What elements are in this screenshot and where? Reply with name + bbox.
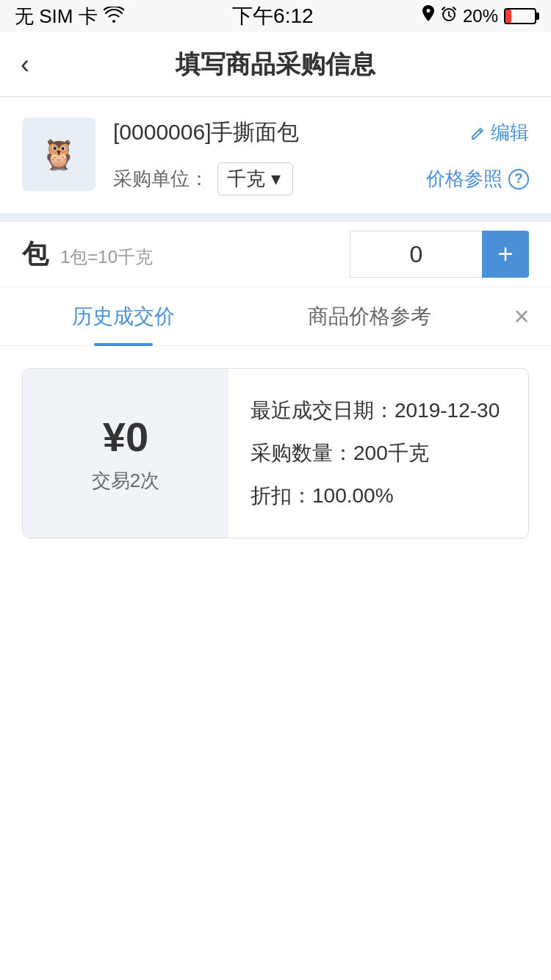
status-left: 无 SIM 卡 (15, 4, 124, 29)
product-name: [0000006]手撕面包 (113, 118, 299, 148)
discount-row: 折扣：100.00% (251, 480, 506, 511)
quantity-input-group: 0 + (350, 231, 529, 278)
tab-history-price[interactable]: 历史成交价 (0, 287, 246, 346)
history-price-card: ¥0 交易2次 最近成交日期：2019-12-30 采购数量：200千克 折扣：… (22, 368, 529, 538)
tab-history-price-label: 历史成交价 (72, 303, 175, 331)
purchase-qty-row: 采购数量：200千克 (251, 438, 506, 469)
price-card-right: 最近成交日期：2019-12-30 采购数量：200千克 折扣：100.00% (228, 369, 528, 538)
tab-product-price-ref[interactable]: 商品价格参考 (246, 287, 492, 346)
alarm-icon (441, 6, 457, 26)
price-ref-label: 价格参照 (426, 166, 503, 192)
unit-dropdown[interactable]: 千克 ▾ (217, 162, 293, 195)
product-image: 🦉 (22, 118, 96, 191)
price-reference-button[interactable]: 价格参照 ? (426, 166, 529, 192)
battery-icon (504, 8, 536, 24)
status-time: 下午6:12 (232, 2, 314, 30)
page-title: 填写商品采购信息 (176, 48, 375, 82)
quantity-unit: 包 (22, 237, 48, 273)
edit-button[interactable]: 编辑 (470, 120, 529, 145)
dropdown-arrow-icon: ▾ (271, 167, 281, 190)
nav-bar: ‹ 填写商品采购信息 (0, 32, 551, 97)
edit-icon (470, 125, 486, 141)
recent-date-row: 最近成交日期：2019-12-30 (251, 395, 506, 426)
unit-label: 采购单位： (113, 166, 209, 192)
product-info: [0000006]手撕面包 编辑 采购单位： 千克 ▾ (113, 118, 529, 195)
svg-point-0 (426, 9, 430, 12)
transaction-count: 交易2次 (92, 468, 159, 494)
tab-bar: 历史成交价 商品价格参考 × (0, 287, 551, 346)
tab-close-button[interactable]: × (492, 301, 551, 332)
unit-value: 千克 (227, 166, 265, 192)
gray-divider (0, 213, 551, 222)
quantity-plus-button[interactable]: + (482, 231, 529, 278)
tab-product-price-ref-label: 商品价格参考 (308, 303, 431, 331)
quantity-label-group: 包 1包=10千克 (22, 237, 153, 273)
price-card-left: ¥0 交易2次 (23, 369, 228, 538)
battery-percent: 20% (463, 6, 498, 26)
tab-active-indicator (94, 343, 153, 346)
discount-label: 折扣： (251, 484, 312, 507)
location-icon (422, 5, 435, 27)
quantity-conversion: 1包=10千克 (60, 245, 153, 269)
price-amount: ¥0 (103, 413, 148, 461)
tab-section: 历史成交价 商品价格参考 × ¥0 交易2次 最近成交日期：2019-12-30… (0, 287, 551, 561)
quantity-row: 包 1包=10千克 0 + (0, 222, 551, 287)
tab-content-history: ¥0 交易2次 最近成交日期：2019-12-30 采购数量：200千克 折扣：… (0, 346, 551, 561)
carrier-label: 无 SIM 卡 (15, 4, 98, 29)
back-button[interactable]: ‹ (21, 49, 29, 80)
purchase-qty-label: 采购数量： (251, 442, 353, 464)
recent-date-value: 2019-12-30 (395, 399, 500, 422)
status-right: 20% (422, 5, 536, 27)
purchase-qty-value: 200千克 (353, 442, 429, 464)
unit-selector[interactable]: 采购单位： 千克 ▾ (113, 162, 293, 195)
wifi-icon (104, 5, 124, 28)
recent-date-label: 最近成交日期： (251, 399, 395, 422)
empty-content-area (0, 561, 551, 980)
discount-value: 100.00% (312, 484, 394, 507)
status-bar: 无 SIM 卡 下午6:12 20% (0, 0, 551, 32)
help-circle-icon: ? (508, 169, 529, 190)
product-logo-icon: 🦉 (40, 137, 77, 172)
product-card: 🦉 [0000006]手撕面包 编辑 采购单位： 千克 ▾ (0, 97, 551, 213)
quantity-input[interactable]: 0 (350, 231, 482, 278)
